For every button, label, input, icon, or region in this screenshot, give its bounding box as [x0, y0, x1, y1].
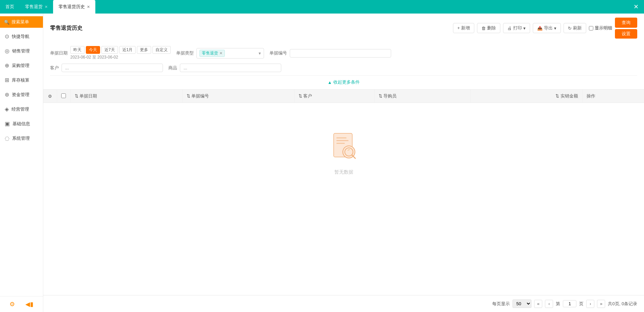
- date-btn-yesterday[interactable]: 昨天: [70, 46, 85, 54]
- sidebar-label-sys-mgmt: 系统管理: [12, 135, 30, 141]
- goods-input[interactable]: [180, 64, 281, 72]
- sidebar-bottom: ⚙ ◀▮: [0, 296, 43, 312]
- svg-rect-3: [336, 143, 345, 144]
- sidebar: 🔍 搜索菜单 ⊙快捷导航◎销售管理⊕采购管理⊞库存核算⊛资金管理◈经营管理▣基础…: [0, 14, 43, 312]
- customer-input[interactable]: [62, 64, 163, 72]
- volume-icon[interactable]: ◀▮: [25, 300, 33, 308]
- sidebar-label-basic-info: 基础信息: [13, 121, 30, 127]
- settings-col-icon[interactable]: ⚙: [48, 94, 52, 99]
- refresh-icon: ↻: [568, 26, 572, 31]
- th-checkbox: [57, 90, 70, 103]
- date-btn-custom[interactable]: 自定义: [152, 46, 171, 54]
- date-btn-last7days[interactable]: 近7天: [101, 46, 118, 54]
- doc-number-label: 单据编号: [269, 50, 287, 56]
- doc-type-tag: 零售退货 ✕: [199, 50, 225, 57]
- customer-label: 客户: [50, 65, 59, 71]
- query-button[interactable]: 查询: [615, 18, 637, 28]
- th-settings: ⚙: [43, 90, 57, 103]
- export-icon: 📤: [537, 26, 543, 31]
- doc-number-input[interactable]: [290, 49, 391, 58]
- sidebar-search-label: 搜索菜单: [11, 19, 29, 25]
- sidebar-item-sys-mgmt[interactable]: ◌系统管理: [0, 131, 43, 146]
- total-records-label: 共0页, 0条记录: [608, 301, 637, 307]
- page-header: 零售退货历史 + 新增 🗑 删除 🖨 打印 ▾ 📤 导出: [43, 14, 644, 90]
- th-customer: ⇅ 客户: [294, 90, 374, 103]
- next-page-button[interactable]: ›: [586, 300, 594, 308]
- print-button[interactable]: 🖨 打印 ▾: [503, 23, 530, 33]
- pagination-bar: 每页显示 102050100 « ‹ 第 页 › » 共0页, 0条记录: [43, 295, 644, 312]
- sidebar-item-finance[interactable]: ⊛资金管理: [0, 87, 43, 102]
- page-number-input[interactable]: [563, 300, 576, 307]
- tab-retail-return[interactable]: 零售退货 ✕: [20, 0, 53, 14]
- tab-close-retail-return-history[interactable]: ✕: [87, 5, 90, 9]
- refresh-button[interactable]: ↻ 刷新: [564, 23, 586, 33]
- sidebar-label-operations: 经营管理: [11, 106, 29, 112]
- tab-home[interactable]: 首页: [0, 0, 20, 14]
- export-button[interactable]: 📤 导出 ▾: [533, 23, 561, 33]
- prev-page-button[interactable]: ‹: [545, 300, 553, 308]
- collapse-button[interactable]: ▲ 收起更多条件: [324, 78, 364, 87]
- print-icon: 🖨: [507, 26, 512, 31]
- svg-rect-2: [336, 140, 349, 141]
- doc-type-label: 单据类型: [176, 50, 194, 56]
- date-filter-item: 单据日期 昨天今天近7天近1月更多自定义2023-06-02 至 2023-06…: [50, 46, 171, 60]
- empty-icon: [327, 130, 361, 164]
- th-guide-label: ⇅ 导购员: [379, 93, 397, 98]
- th-number: ⇅ 单据编号: [182, 90, 294, 103]
- page-title: 零售退货历史: [50, 25, 82, 32]
- date-btn-today[interactable]: 今天: [86, 46, 100, 54]
- sidebar-item-purchase-mgmt[interactable]: ⊕采购管理: [0, 58, 43, 73]
- quick-nav-icon: ⊙: [5, 33, 9, 40]
- show-details-checkbox-label[interactable]: 显示明细: [589, 25, 612, 31]
- query-settings-group: 查询 设置: [615, 18, 637, 39]
- sidebar-search-button[interactable]: 🔍 搜索菜单: [0, 16, 43, 28]
- settings-button[interactable]: 设置: [615, 29, 637, 39]
- per-page-label: 每页显示: [492, 301, 510, 307]
- first-page-button[interactable]: «: [534, 300, 542, 308]
- sales-mgmt-icon: ◎: [5, 48, 9, 54]
- filter-row-1: 单据日期 昨天今天近7天近1月更多自定义2023-06-02 至 2023-06…: [50, 46, 637, 60]
- table-area: ⚙ ⇅ 单据日期 ⇅ 单据编号 ⇅ 客户: [43, 90, 644, 295]
- doc-type-select[interactable]: 零售退货 ✕ ▾: [196, 48, 264, 59]
- doc-number-filter-item: 单据编号: [269, 49, 391, 58]
- operations-icon: ◈: [5, 106, 9, 112]
- tab-close-retail-return[interactable]: ✕: [45, 5, 48, 9]
- date-btn-last1month[interactable]: 近1月: [119, 46, 136, 54]
- sidebar-label-quick-nav: 快捷导航: [12, 34, 29, 40]
- main-content: 零售退货历史 + 新增 🗑 删除 🖨 打印 ▾ 📤 导出: [43, 14, 644, 312]
- last-page-button[interactable]: »: [597, 300, 605, 308]
- sidebar-label-purchase-mgmt: 采购管理: [12, 63, 29, 69]
- sidebar-item-sales-mgmt[interactable]: ◎销售管理: [0, 44, 43, 58]
- collapse-row: ▲ 收起更多条件: [50, 75, 637, 87]
- doc-type-dropdown-icon: ▾: [259, 51, 261, 56]
- th-guide: ⇅ 导购员: [374, 90, 470, 103]
- basic-info-icon: ▣: [5, 120, 10, 127]
- th-amount-label: ⇅ 实销金额: [555, 93, 578, 98]
- tab-retail-return-history[interactable]: 零售退货历史 ✕: [53, 0, 95, 14]
- sidebar-label-inventory: 库存核算: [12, 77, 29, 83]
- doc-type-tag-close[interactable]: ✕: [219, 51, 222, 55]
- per-page-select[interactable]: 102050100: [512, 299, 531, 308]
- goods-filter-item: 商品: [168, 64, 281, 72]
- show-details-checkbox[interactable]: [589, 26, 593, 30]
- sidebar-item-inventory[interactable]: ⊞库存核算: [0, 73, 43, 87]
- top-bar: 首页零售退货 ✕零售退货历史 ✕ ✕: [0, 0, 644, 14]
- date-filter-label: 单据日期: [50, 50, 68, 56]
- main-layout: 🔍 搜索菜单 ⊙快捷导航◎销售管理⊕采购管理⊞库存核算⊛资金管理◈经营管理▣基础…: [0, 14, 644, 312]
- sidebar-label-finance: 资金管理: [12, 92, 29, 98]
- sidebar-item-quick-nav[interactable]: ⊙快捷导航: [0, 29, 43, 44]
- sidebar-item-basic-info[interactable]: ▣基础信息: [0, 116, 43, 131]
- th-customer-label: ⇅ 客户: [299, 93, 312, 98]
- new-button[interactable]: + 新增: [453, 23, 474, 33]
- sidebar-label-sales-mgmt: 销售管理: [12, 48, 30, 54]
- page-label: 第: [556, 301, 560, 307]
- date-btn-more[interactable]: 更多: [137, 46, 151, 54]
- empty-text: 暂无数据: [334, 169, 353, 175]
- select-all-checkbox[interactable]: [61, 93, 66, 98]
- window-close-button[interactable]: ✕: [634, 3, 644, 10]
- settings-icon[interactable]: ⚙: [9, 300, 15, 308]
- filter-area: 单据日期 昨天今天近7天近1月更多自定义2023-06-02 至 2023-06…: [50, 43, 637, 89]
- goods-label: 商品: [168, 65, 177, 71]
- delete-button[interactable]: 🗑 删除: [477, 23, 500, 33]
- sidebar-item-operations[interactable]: ◈经营管理: [0, 102, 43, 116]
